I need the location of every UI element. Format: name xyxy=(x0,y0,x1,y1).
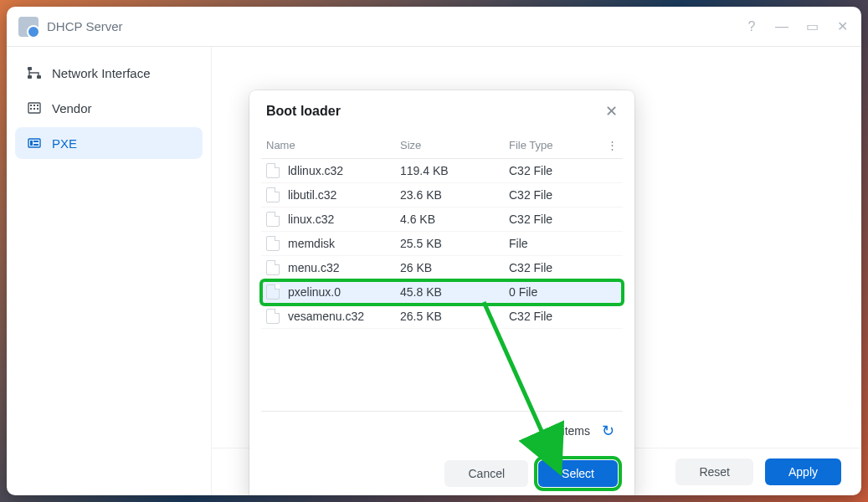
pxe-icon xyxy=(27,136,42,151)
file-size: 45.8 KB xyxy=(400,285,509,299)
svg-rect-4 xyxy=(30,105,32,106)
file-icon xyxy=(266,284,280,300)
file-type: C32 File xyxy=(509,188,618,202)
file-list: ldlinux.c32119.4 KBC32 Filelibutil.c3223… xyxy=(261,159,623,329)
file-row[interactable]: libutil.c3223.6 KBC32 File xyxy=(261,183,623,207)
sidebar: Network Interface Vendor PXE xyxy=(7,47,212,495)
file-row[interactable]: ldlinux.c32119.4 KBC32 File xyxy=(261,159,623,183)
file-icon xyxy=(266,309,280,324)
file-row[interactable]: memdisk25.5 KBFile xyxy=(261,232,623,256)
file-icon xyxy=(266,212,280,227)
help-icon[interactable]: ? xyxy=(744,19,759,34)
svg-rect-0 xyxy=(28,67,32,70)
network-icon xyxy=(27,65,42,80)
col-name[interactable]: Name xyxy=(266,139,400,151)
svg-rect-6 xyxy=(37,105,39,106)
file-icon xyxy=(266,236,280,251)
file-row[interactable]: linux.c324.6 KBC32 File xyxy=(261,207,623,232)
file-row[interactable]: vesamenu.c3226.5 KBC32 File xyxy=(261,305,623,329)
item-count: 7 items xyxy=(552,424,590,438)
svg-rect-9 xyxy=(37,108,39,110)
dialog-body: Name Size File Type ⋮ ldlinux.c32119.4 K… xyxy=(249,127,634,450)
file-type: C32 File xyxy=(509,310,618,323)
sidebar-item-vendor[interactable]: Vendor xyxy=(15,92,203,124)
status-row: 7 items ↻ xyxy=(261,411,623,450)
apply-button[interactable]: Apply xyxy=(765,458,841,485)
cancel-button[interactable]: Cancel xyxy=(444,460,528,487)
file-icon xyxy=(266,187,280,202)
file-name: pxelinux.0 xyxy=(288,285,341,299)
svg-rect-13 xyxy=(33,144,39,146)
file-name: vesamenu.c32 xyxy=(288,310,364,323)
table-header: Name Size File Type ⋮ xyxy=(261,132,623,159)
file-type: C32 File xyxy=(509,213,618,226)
svg-rect-11 xyxy=(30,141,33,146)
col-size[interactable]: Size xyxy=(400,139,509,151)
file-size: 25.5 KB xyxy=(400,237,509,250)
dialog-footer: Cancel Select xyxy=(249,450,634,495)
col-menu-icon[interactable]: ⋮ xyxy=(604,139,618,151)
svg-rect-5 xyxy=(33,105,35,106)
file-icon xyxy=(266,163,280,178)
sidebar-item-label: Network Interface xyxy=(52,66,151,80)
file-size: 23.6 KB xyxy=(400,188,509,202)
sidebar-item-pxe[interactable]: PXE xyxy=(15,127,203,159)
app-icon xyxy=(18,17,39,37)
main-window: DHCP Server ? — ▭ ✕ Network Interface Ve… xyxy=(7,7,861,495)
file-type: File xyxy=(509,237,618,250)
sidebar-item-network[interactable]: Network Interface xyxy=(15,57,203,89)
svg-rect-7 xyxy=(30,108,32,110)
dialog-header: Boot loader ✕ xyxy=(249,90,634,127)
file-name: memdisk xyxy=(288,237,335,250)
file-name: ldlinux.c32 xyxy=(288,164,343,177)
file-type: C32 File xyxy=(509,261,618,274)
file-size: 26 KB xyxy=(400,261,509,274)
dialog-close-icon[interactable]: ✕ xyxy=(605,102,618,120)
main-area: Network Interface Vendor PXE Reset Apply xyxy=(7,47,861,495)
svg-rect-8 xyxy=(33,108,35,110)
file-size: 26.5 KB xyxy=(400,310,509,323)
svg-rect-1 xyxy=(37,75,41,79)
file-icon xyxy=(266,260,280,275)
close-icon[interactable]: ✕ xyxy=(835,18,850,34)
file-row[interactable]: pxelinux.045.8 KB0 File xyxy=(261,280,623,305)
svg-rect-2 xyxy=(28,75,32,79)
select-button[interactable]: Select xyxy=(538,460,618,487)
reset-button[interactable]: Reset xyxy=(675,458,753,485)
file-size: 4.6 KB xyxy=(400,213,509,226)
bootloader-dialog: Boot loader ✕ Name Size File Type ⋮ ldli… xyxy=(249,90,634,495)
svg-rect-12 xyxy=(33,141,39,142)
file-row[interactable]: menu.c3226 KBC32 File xyxy=(261,256,623,280)
sidebar-item-label: PXE xyxy=(52,136,77,151)
file-name: linux.c32 xyxy=(288,213,334,226)
file-name: menu.c32 xyxy=(288,261,339,274)
col-type[interactable]: File Type xyxy=(509,139,604,151)
minimize-icon[interactable]: — xyxy=(774,19,789,34)
titlebar: DHCP Server ? — ▭ ✕ xyxy=(7,7,861,47)
maximize-icon[interactable]: ▭ xyxy=(804,18,819,34)
sidebar-item-label: Vendor xyxy=(52,101,92,115)
vendor-icon xyxy=(27,100,42,115)
file-size: 119.4 KB xyxy=(400,164,509,177)
file-type: 0 File xyxy=(509,285,618,299)
dialog-title: Boot loader xyxy=(266,104,341,119)
app-title: DHCP Server xyxy=(47,19,744,33)
file-type: C32 File xyxy=(509,164,618,177)
window-controls: ? — ▭ ✕ xyxy=(744,18,850,34)
file-name: libutil.c32 xyxy=(288,188,336,202)
refresh-icon[interactable]: ↻ xyxy=(602,422,614,440)
